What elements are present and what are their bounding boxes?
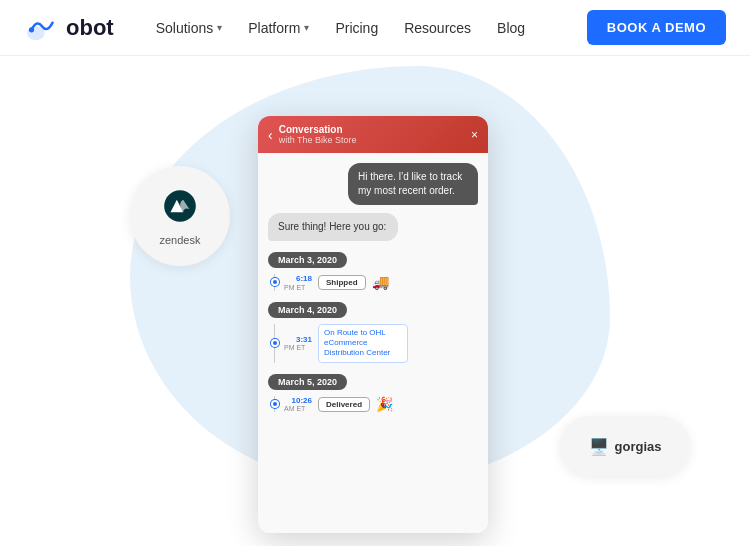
timeline-section-1: March 3, 2020 6:18 PM ET Shipped 🚚 [268, 249, 478, 291]
shipped-tag: Shipped [318, 275, 366, 290]
truck-icon: 🚚 [372, 274, 389, 290]
zendesk-label: zendesk [160, 234, 201, 246]
timeline-section-3: March 5, 2020 10:26 AM ET Delivered 🎉 [268, 371, 478, 413]
chat-body: Hi there. I'd like to track my most rece… [258, 153, 488, 533]
nav-blog[interactable]: Blog [487, 14, 535, 42]
timeline-time-3: 10:26 [284, 396, 312, 406]
timeline-dot-2 [271, 339, 279, 347]
logo[interactable]: obot [24, 14, 114, 42]
timeline-dot [271, 278, 279, 286]
chat-subtitle: with The Bike Store [279, 135, 357, 145]
timeline-entry-route: 3:31 PM ET On Route to OHL eCommerce Dis… [284, 324, 478, 363]
timeline-time-label-1: PM ET [284, 284, 312, 291]
celebration-icon: 🎉 [376, 396, 393, 412]
zendesk-icon [161, 187, 199, 230]
close-icon[interactable]: × [471, 128, 478, 142]
timeline-time-2: 3:31 [284, 335, 312, 345]
chat-header: ‹ Conversation with The Bike Store × [258, 116, 488, 153]
nav-resources[interactable]: Resources [394, 14, 481, 42]
nav-pricing[interactable]: Pricing [325, 14, 388, 42]
book-demo-button[interactable]: BOOK A DEMO [587, 10, 726, 45]
nav-solutions[interactable]: Solutions ▾ [146, 14, 233, 42]
bot-message: Sure thing! Here you go: [268, 213, 398, 241]
zendesk-logo: zendesk [130, 166, 230, 266]
logo-text: obot [66, 15, 114, 41]
chevron-down-icon: ▾ [217, 22, 222, 33]
user-message: Hi there. I'd like to track my most rece… [348, 163, 478, 205]
timeline-desc: On Route to OHL eCommerce Distribution C… [318, 324, 408, 363]
timeline-entry-shipped: 6:18 PM ET Shipped 🚚 [284, 274, 478, 291]
gorgias-logo: 🖥️ gorgias [560, 416, 690, 476]
chat-window: ‹ Conversation with The Bike Store × Hi … [258, 116, 488, 533]
timeline-time-label-3: AM ET [284, 405, 312, 412]
gorgias-label: gorgias [615, 439, 662, 454]
navbar: obot Solutions ▾ Platform ▾ Pricing Reso… [0, 0, 750, 56]
timeline-date-1: March 3, 2020 [268, 252, 347, 268]
timeline-date-2: March 4, 2020 [268, 302, 347, 318]
hero-section: zendesk ‹ Conversation with The Bike Sto… [0, 56, 750, 546]
nav-links: Solutions ▾ Platform ▾ Pricing Resources… [146, 14, 587, 42]
delivered-tag: Delivered [318, 397, 370, 412]
chat-title: Conversation [279, 124, 357, 135]
gorgias-icon: 🖥️ [589, 437, 609, 456]
back-button[interactable]: ‹ [268, 127, 273, 143]
nav-platform[interactable]: Platform ▾ [238, 14, 319, 42]
timeline-section-2: March 4, 2020 3:31 PM ET On Route to OHL… [268, 299, 478, 363]
timeline-time-1: 6:18 [284, 274, 312, 284]
timeline-time-label-2: PM ET [284, 344, 312, 351]
timeline-dot-3 [271, 400, 279, 408]
svg-point-1 [29, 27, 34, 32]
timeline-entry-delivered: 10:26 AM ET Delivered 🎉 [284, 396, 478, 413]
chevron-down-icon: ▾ [304, 22, 309, 33]
timeline-date-3: March 5, 2020 [268, 374, 347, 390]
